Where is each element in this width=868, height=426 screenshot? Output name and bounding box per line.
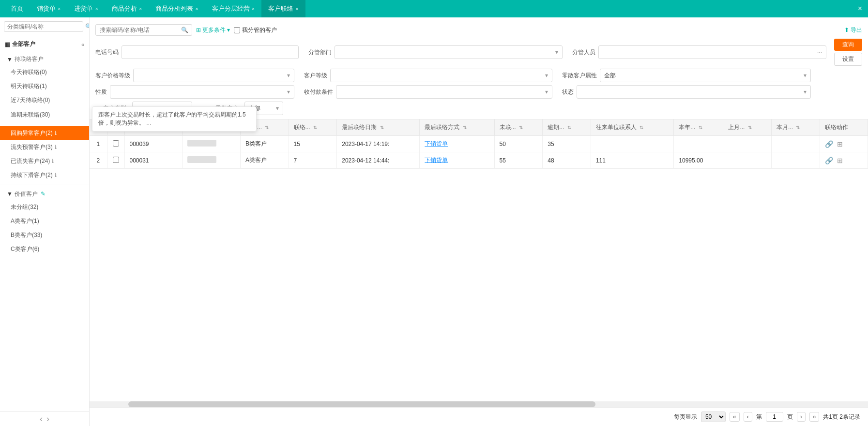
nav-customer-segment[interactable]: 客户分层经营 × — [205, 0, 261, 17]
info-icon-churned[interactable]: ℹ — [52, 157, 54, 166]
sort-icon-unit: ⇅ — [640, 125, 643, 130]
cell-check-2[interactable] — [107, 152, 124, 169]
sidebar-item-class-a[interactable]: A类客户(1) — [0, 214, 89, 228]
cell-year-1 — [674, 136, 723, 152]
more-conditions-btn[interactable]: ⊞ 更多条件 ▾ — [196, 26, 230, 34]
query-btn[interactable]: 查询 — [834, 39, 862, 51]
prev-page-btn[interactable]: ‹ — [744, 412, 752, 422]
scroll-thumb[interactable] — [128, 401, 595, 407]
status-select[interactable]: ▾ — [577, 85, 811, 99]
field-dept: 分管部门 ▾ — [308, 45, 563, 59]
cell-index-2: 2 — [90, 152, 107, 169]
cell-method-1[interactable]: 下销货单 — [420, 136, 494, 152]
sidebar-item-class-c[interactable]: C类客户(6) — [0, 242, 89, 256]
name-placeholder-1 — [187, 140, 216, 147]
nav-customer-segment-close[interactable]: × — [252, 6, 255, 12]
nav-sales[interactable]: 销货单 × — [30, 0, 67, 17]
nav-purchase-close[interactable]: × — [95, 6, 98, 12]
col-last-contact-date[interactable]: 最后联络日期 ⇅ — [337, 119, 420, 136]
filter-row-1: 电话号码 分管部门 ▾ 分管人员 ··· — [95, 39, 862, 66]
gender-select[interactable]: ▾ — [110, 85, 294, 99]
sidebar-section-value[interactable]: ▼ 价值客户 ✎ — [0, 187, 89, 200]
price-level-select[interactable]: ▾ — [133, 69, 294, 82]
info-icon-churn[interactable]: ℹ — [55, 143, 57, 152]
dept-select[interactable]: ▾ — [335, 45, 563, 59]
nav-product-list[interactable]: 商品分析列表 × — [149, 0, 205, 17]
action-grid-icon-2[interactable]: ⊞ — [837, 157, 843, 164]
col-unread[interactable]: 未联... ⇅ — [494, 119, 543, 136]
customer-level-select[interactable]: ▾ — [330, 69, 553, 82]
action-grid-icon-1[interactable]: ⊞ — [837, 140, 843, 148]
col-last-contact-method[interactable]: 最后联络方式 ⇅ — [420, 119, 494, 136]
page-input[interactable] — [766, 412, 783, 422]
col-unit-contact[interactable]: 往来单位联系人 ⇅ — [591, 119, 673, 136]
row-checkbox-1[interactable] — [113, 140, 119, 147]
col-last-month[interactable]: 上月... ⇅ — [723, 119, 772, 136]
sidebar-item-ungroup[interactable]: 未分组(32) — [0, 200, 89, 214]
nav-product-analysis[interactable]: 商品分析 × — [105, 0, 149, 17]
nav-home[interactable]: 首页 — [4, 0, 30, 17]
nav-customer-contact-close[interactable]: × — [295, 6, 298, 12]
cell-method-2[interactable]: 下销货单 — [420, 152, 494, 169]
category-search-input[interactable] — [4, 21, 83, 32]
last-page-btn[interactable]: » — [809, 412, 820, 422]
sidebar-collapse-icon[interactable]: « — [81, 42, 84, 47]
col-this-year[interactable]: 本年... ⇅ — [674, 119, 723, 136]
nav-purchase[interactable]: 进货单 × — [67, 0, 105, 17]
sidebar-item-today[interactable]: 今天待联络(0) — [0, 65, 89, 79]
category-search-icon[interactable]: 🔍 — [85, 23, 90, 30]
horizontal-scrollbar[interactable] — [90, 401, 868, 407]
col-contact[interactable]: 联络... ⇅ — [289, 119, 337, 136]
nav-product-analysis-close[interactable]: × — [139, 6, 142, 12]
next-page-btn[interactable]: › — [797, 412, 806, 422]
action-phone-icon-1[interactable]: 🔗 — [825, 140, 833, 148]
nav-sales-close[interactable]: × — [58, 6, 61, 12]
sidebar-item-7days[interactable]: 近7天待联络(0) — [0, 93, 89, 107]
cell-check-1[interactable] — [107, 136, 124, 152]
nav-customer-contact[interactable]: 客户联络 × — [261, 0, 305, 17]
info-icon-rebuy[interactable]: ℹ — [55, 129, 57, 138]
cell-type-1: B类客户 — [240, 136, 289, 152]
sidebar-item-tomorrow[interactable]: 明天待联络(1) — [0, 79, 89, 93]
my-customer-checkbox-wrap[interactable]: 我分管的客户 — [234, 26, 277, 34]
sort-icon-last-date: ⇅ — [380, 125, 384, 130]
sidebar-item-declining[interactable]: 持续下滑客户(2) ℹ — [0, 168, 89, 182]
cell-unit-2: 111 — [591, 152, 673, 169]
settings-btn[interactable]: 设置 — [834, 53, 862, 66]
sidebar-item-churn-warning[interactable]: 流失预警客户(3) ℹ — [0, 140, 89, 154]
my-customer-checkbox[interactable] — [234, 27, 240, 33]
payment-select[interactable]: ▾ — [336, 85, 553, 99]
col-overdue[interactable]: 逾期... ⇅ — [543, 119, 591, 136]
sidebar-section-pending[interactable]: ▼ 待联络客户 — [0, 52, 89, 65]
gender-arrow-icon: ▾ — [287, 88, 290, 95]
main-search-icon[interactable]: 🔍 — [181, 27, 188, 33]
value-customer-edit-icon[interactable]: ✎ — [41, 191, 46, 197]
info-icon-declining[interactable]: ℹ — [55, 171, 57, 180]
cell-last-month-1 — [723, 136, 772, 152]
main-search-input[interactable] — [95, 24, 192, 36]
manager-more-icon[interactable]: ··· — [817, 49, 822, 56]
sidebar-item-class-b[interactable]: B类客户(33) — [0, 228, 89, 242]
sidebar-item-churned[interactable]: 已流失客户(24) ℹ — [0, 154, 89, 168]
first-page-btn[interactable]: « — [730, 412, 740, 422]
sidebar-nav-left[interactable]: ‹ — [40, 414, 43, 424]
per-page-select[interactable]: 50 20 100 — [701, 411, 726, 422]
sidebar-all-customers[interactable]: ▦ 全部客户 « — [0, 36, 89, 52]
cell-unread-1: 50 — [494, 136, 543, 152]
nav-product-list-close[interactable]: × — [195, 6, 198, 12]
manager-select[interactable]: ··· — [598, 45, 826, 59]
phone-select[interactable] — [122, 45, 299, 59]
sidebar-bottom: ‹ › — [0, 411, 89, 426]
grid-icon: ▦ — [5, 41, 10, 48]
retail-attr-select[interactable]: 全部 ▾ — [600, 69, 811, 82]
sidebar-item-rebuy-abnormal[interactable]: 回购异常客户(2) ℹ — [0, 126, 89, 140]
window-close-btn[interactable]: × — [858, 4, 862, 13]
row-checkbox-2[interactable] — [113, 157, 119, 163]
price-level-label: 客户价格等级 — [95, 72, 130, 80]
sidebar-nav-right[interactable]: › — [46, 414, 49, 424]
data-table-container: ⚙ 客户编码 ⇅ 客户名称 ⇅ 客户... ⇅ — [90, 119, 868, 401]
sidebar-item-overdue[interactable]: 逾期未联络(30) — [0, 108, 89, 122]
export-btn[interactable]: ⬆ 导出 — [844, 26, 862, 34]
col-this-month[interactable]: 本月... ⇅ — [772, 119, 820, 136]
action-phone-icon-2[interactable]: 🔗 — [825, 157, 833, 164]
